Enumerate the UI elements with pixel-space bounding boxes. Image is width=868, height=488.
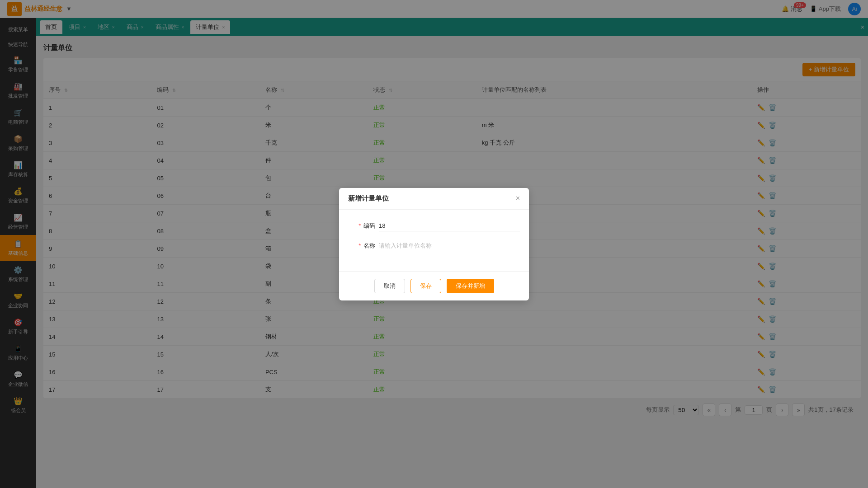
modal-close-button[interactable]: × — [516, 194, 520, 202]
name-input[interactable] — [379, 240, 520, 251]
required-mark-name: * — [359, 242, 361, 249]
modal-overlay: 新增计量单位 × * 编码 * 名称 取消 保存 保存并新增 — [0, 0, 868, 488]
code-input[interactable] — [379, 221, 520, 231]
required-mark-code: * — [359, 222, 361, 229]
add-unit-modal: 新增计量单位 × * 编码 * 名称 取消 保存 保存并新增 — [339, 188, 529, 300]
name-field-row: * 名称 — [348, 240, 520, 251]
modal-header: 新增计量单位 × — [339, 188, 529, 210]
code-label: * 编码 — [348, 222, 375, 230]
name-label: * 名称 — [348, 242, 375, 250]
modal-title: 新增计量单位 — [348, 194, 389, 203]
modal-footer: 取消 保存 保存并新增 — [339, 271, 529, 300]
cancel-button[interactable]: 取消 — [374, 279, 405, 293]
save-button[interactable]: 保存 — [410, 279, 441, 293]
save-and-add-button[interactable]: 保存并新增 — [447, 279, 494, 293]
modal-body: * 编码 * 名称 — [339, 210, 529, 271]
code-field-row: * 编码 — [348, 221, 520, 231]
